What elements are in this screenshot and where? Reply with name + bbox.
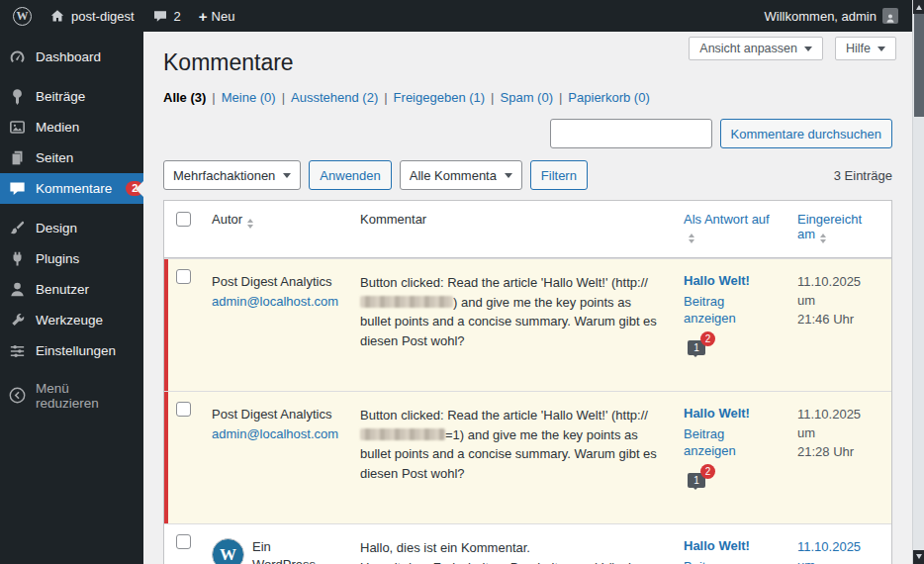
view-approved[interactable]: Freigegeben (1) bbox=[394, 90, 486, 105]
scrollbar-thumb[interactable] bbox=[914, 14, 924, 117]
views-separator: | bbox=[559, 90, 562, 105]
pages-icon bbox=[8, 148, 27, 167]
sort-author-header[interactable]: Autor bbox=[212, 212, 242, 227]
comment-text: Button clicked: Read the article 'Hallo … bbox=[360, 400, 664, 483]
admin-bar-comment-count: 2 bbox=[174, 9, 181, 24]
scroll-up-button[interactable] bbox=[913, 0, 924, 14]
sidebar-item-label: Werkzeuge bbox=[36, 313, 103, 328]
post-title-link[interactable]: Hallo Welt! bbox=[684, 400, 778, 423]
views-separator: | bbox=[212, 90, 215, 105]
scroll-down-button[interactable] bbox=[913, 550, 924, 564]
site-link[interactable]: post-digest bbox=[41, 0, 143, 32]
comment-count-bubble[interactable]: 1 2 bbox=[688, 472, 705, 488]
sidebar-item-comments[interactable]: Kommentare 2 bbox=[0, 173, 143, 204]
comment-text: Button clicked: Read the article 'Hallo … bbox=[360, 267, 664, 350]
arrow-up-icon bbox=[916, 2, 922, 10]
search-comments-button[interactable]: Kommentare durchsuchen bbox=[720, 119, 892, 148]
admin-sidebar: Dashboard Beiträge Medien Seiten Komment… bbox=[0, 32, 143, 564]
new-content-button[interactable]: + Neu bbox=[190, 0, 244, 32]
view-all[interactable]: Alle (3) bbox=[163, 90, 206, 105]
help-button[interactable]: Hilfe bbox=[835, 37, 896, 60]
sort-arrows-icon bbox=[820, 231, 826, 246]
comment-author-email[interactable]: admin@localhost.com bbox=[212, 426, 340, 443]
bulk-actions-select[interactable]: Mehrfachaktionen bbox=[163, 160, 301, 190]
sliders-icon bbox=[8, 341, 27, 360]
menu-separator bbox=[0, 72, 143, 81]
select-all-checkbox[interactable] bbox=[176, 212, 191, 227]
comment-author-email[interactable]: admin@localhost.com bbox=[212, 294, 340, 311]
arrow-down-icon bbox=[916, 554, 922, 562]
post-title-link[interactable]: Hallo Welt! bbox=[684, 267, 778, 290]
sidebar-item-posts[interactable]: Beiträge bbox=[0, 81, 143, 112]
view-pending[interactable]: Ausstehend (2) bbox=[291, 90, 378, 105]
sidebar-item-tools[interactable]: Werkzeuge bbox=[0, 305, 143, 335]
avatar bbox=[882, 8, 898, 24]
comment-text: Hallo, dies ist ein Kommentar. bbox=[360, 532, 664, 558]
view-post-link[interactable]: Beitrag anzeigen bbox=[684, 559, 778, 564]
row-checkbox[interactable] bbox=[176, 402, 191, 417]
sort-response-header[interactable]: Als Antwort auf bbox=[684, 212, 770, 227]
sidebar-item-label: Dashboard bbox=[36, 49, 101, 64]
redacted-url bbox=[360, 296, 453, 308]
view-post-link[interactable]: Beitrag anzeigen bbox=[684, 294, 778, 328]
collapse-menu-button[interactable]: Menü reduzieren bbox=[0, 380, 143, 411]
view-mine[interactable]: Meine (0) bbox=[222, 90, 276, 105]
views-separator: | bbox=[384, 90, 387, 105]
admin-bar: W post-digest 2 + Neu Willkommen, admin bbox=[0, 0, 924, 32]
tools-icon bbox=[8, 311, 27, 329]
admin-bar-comments[interactable]: 2 bbox=[143, 0, 190, 32]
sidebar-item-label: Einstellungen bbox=[36, 343, 116, 358]
pending-comments-badge: 2 bbox=[126, 181, 143, 196]
sidebar-item-settings[interactable]: Einstellungen bbox=[0, 335, 143, 366]
sidebar-item-label: Seiten bbox=[36, 150, 73, 165]
comment-bubble-icon bbox=[152, 8, 168, 24]
views-separator: | bbox=[491, 90, 494, 105]
comment-row: Post Digest Analytics admin@localhost.co… bbox=[164, 258, 891, 391]
site-name: post-digest bbox=[71, 9, 135, 24]
gauge-icon bbox=[8, 47, 27, 66]
help-label: Hilfe bbox=[846, 42, 871, 55]
screen-meta: Ansicht anpassen Hilfe bbox=[689, 37, 896, 60]
sidebar-item-label: Plugins bbox=[36, 251, 79, 266]
search-input[interactable] bbox=[550, 119, 712, 148]
sidebar-item-label: Beiträge bbox=[36, 89, 85, 104]
chevron-down-icon bbox=[283, 173, 291, 182]
comments-icon bbox=[8, 179, 27, 198]
apply-button[interactable]: Anwenden bbox=[309, 160, 391, 190]
row-checkbox[interactable] bbox=[176, 269, 191, 284]
plus-icon: + bbox=[199, 9, 208, 24]
view-trash[interactable]: Papierkorb (0) bbox=[568, 90, 649, 105]
media-icon bbox=[8, 118, 27, 137]
sidebar-item-dashboard[interactable]: Dashboard bbox=[0, 42, 143, 72]
screen-options-button[interactable]: Ansicht anpassen bbox=[689, 37, 823, 60]
sidebar-item-appearance[interactable]: Design bbox=[0, 213, 143, 243]
comment-text: Um mit dem Freischalten, Bearbeiten und … bbox=[360, 558, 664, 564]
sidebar-item-media[interactable]: Medien bbox=[0, 112, 143, 142]
chevron-down-icon bbox=[804, 47, 812, 55]
brush-icon bbox=[8, 219, 27, 237]
comment-header: Kommentar bbox=[360, 212, 426, 227]
sort-date-header[interactable]: Eingereicht am bbox=[797, 212, 862, 241]
submitted-date: 11.10.2025 um 21:23 Uhr bbox=[797, 532, 881, 564]
comment-count-bubble[interactable]: 1 2 bbox=[688, 339, 705, 355]
post-title-link[interactable]: Hallo Welt! bbox=[684, 532, 778, 555]
users-icon bbox=[8, 280, 27, 299]
view-post-link[interactable]: Beitrag anzeigen bbox=[684, 426, 778, 460]
table-header-row: Autor Kommentar Als Antwort auf Eingerei… bbox=[164, 201, 891, 258]
wordpress-menu[interactable]: W bbox=[4, 0, 41, 32]
account-menu[interactable]: Willkommen, admin bbox=[756, 0, 898, 32]
filter-button[interactable]: Filtern bbox=[530, 160, 588, 190]
greeting-text: Willkommen, admin bbox=[765, 9, 877, 24]
sidebar-item-label: Kommentare bbox=[36, 181, 112, 196]
view-spam[interactable]: Spam (0) bbox=[501, 90, 553, 105]
sidebar-item-users[interactable]: Benutzer bbox=[0, 274, 143, 305]
sort-arrows-icon bbox=[247, 216, 253, 232]
comment-type-select[interactable]: Alle Kommentartypen bbox=[400, 160, 522, 190]
sidebar-item-pages[interactable]: Seiten bbox=[0, 142, 143, 173]
vertical-scrollbar[interactable] bbox=[912, 0, 924, 564]
sidebar-item-label: Design bbox=[36, 221, 77, 235]
chevron-down-icon bbox=[878, 47, 885, 55]
comments-table: Autor Kommentar Als Antwort auf Eingerei… bbox=[163, 200, 892, 564]
sidebar-item-plugins[interactable]: Plugins bbox=[0, 243, 143, 274]
row-checkbox[interactable] bbox=[176, 534, 191, 549]
